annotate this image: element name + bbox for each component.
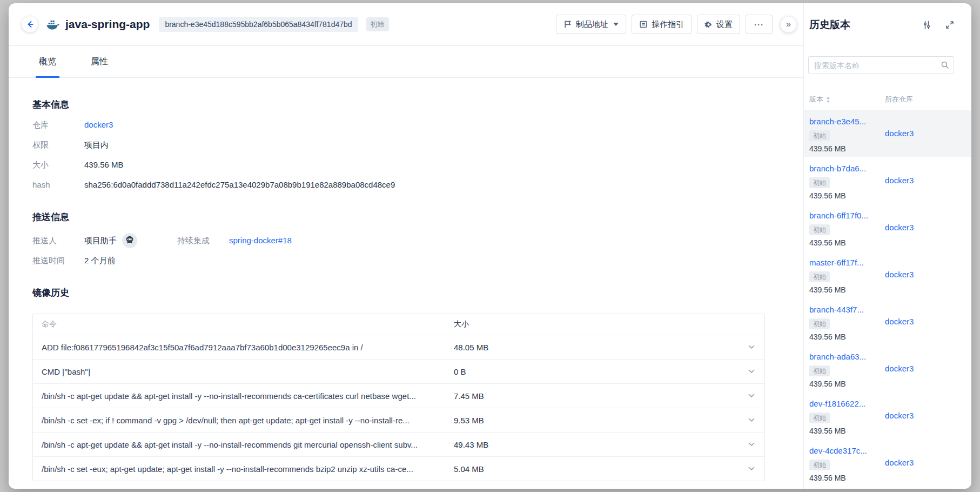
operation-guide-button[interactable]: 操作指引 xyxy=(632,15,692,34)
version-size: 439.56 MB xyxy=(809,191,971,200)
chevron-down-icon xyxy=(748,418,755,422)
version-list-item[interactable]: branch-b7da6... 初始 439.56 MB docker3 xyxy=(804,157,971,204)
version-list-item[interactable]: branch-443f7... 初始 439.56 MB docker3 xyxy=(804,298,971,345)
gear-icon xyxy=(704,21,713,29)
size-column-header: 大小 xyxy=(454,320,764,329)
push-time-value: 2 个月前 xyxy=(84,255,116,266)
version-name-link[interactable]: branch-443f7... xyxy=(809,305,971,315)
version-status-badge: 初始 xyxy=(809,365,830,376)
version-size: 439.56 MB xyxy=(809,238,971,247)
app-window: java-spring-app branch-e3e45d188c595bb2a… xyxy=(9,3,971,489)
version-list-item[interactable]: dev-4cde317c... 初始 439.56 MB docker3 xyxy=(804,439,971,486)
chevron-down-icon xyxy=(748,394,755,398)
push-time-label: 推送时间 xyxy=(32,255,84,266)
basic-info-fields: 仓库 docker3 权限 项目内 大小 439.56 MB hash xyxy=(32,119,780,190)
chevron-down-icon xyxy=(748,467,755,471)
layer-size: 48.05 MB xyxy=(454,343,748,352)
tab[interactable]: 概览 xyxy=(36,46,59,77)
ci-build-link[interactable]: spring-docker#18 xyxy=(229,235,292,246)
table-row[interactable]: /bin/sh -c set -eux; apt-get update; apt… xyxy=(33,456,764,481)
artifact-address-button[interactable]: 制品地址 xyxy=(556,15,626,34)
table-row[interactable]: CMD ["bash"] 0 B xyxy=(33,359,764,383)
version-repo-link[interactable]: docker3 xyxy=(885,270,914,279)
version-repo-link[interactable]: docker3 xyxy=(885,458,914,467)
table-row[interactable]: /bin/sh -c set -ex; if ! command -v gpg … xyxy=(33,408,764,432)
field-label: 大小 xyxy=(32,159,84,170)
repository-column-label: 所在仓库 xyxy=(885,95,913,104)
back-button[interactable] xyxy=(22,16,38,32)
field-value: sha256:6d0a0faddd738d11a242efdc275a13e40… xyxy=(84,179,395,190)
layer-command: ADD file:f086177965196842af3c15f50a7f6ad… xyxy=(33,343,454,352)
expand-row-control[interactable] xyxy=(748,467,764,471)
filter-sliders-icon[interactable] xyxy=(922,21,931,30)
version-name-link[interactable]: master-6ff17f... xyxy=(809,258,971,268)
version-status-badge: 初始 xyxy=(809,177,830,188)
image-history-table: 命令 大小 ADD file:f086177965196842af3c15f50… xyxy=(32,314,765,481)
table-row[interactable]: /bin/sh -c apt-get update && apt-get ins… xyxy=(33,383,764,408)
page-title: java-spring-app xyxy=(65,18,150,31)
field-label: 仓库 xyxy=(32,119,84,130)
history-panel-header: 历史版本 xyxy=(804,3,971,31)
info-field: 权限 项目内 xyxy=(32,139,780,150)
version-list: branch-e3e45... 初始 439.56 MB docker3 bra… xyxy=(804,110,971,489)
pusher-value: 项目助手 xyxy=(84,235,117,246)
pusher-field: 推送人 项目助手 xyxy=(32,233,177,248)
tab[interactable]: 属性 xyxy=(88,46,111,77)
version-status-badge: 初始 xyxy=(809,130,830,141)
layer-size: 7.45 MB xyxy=(454,391,748,401)
double-chevron-right-icon: » xyxy=(786,19,791,29)
table-row[interactable]: ADD file:f086177965196842af3c15f50a7f6ad… xyxy=(33,335,764,359)
more-actions-button[interactable]: ··· xyxy=(746,15,773,34)
expand-row-control[interactable] xyxy=(748,394,764,398)
version-list-item[interactable]: branch-6ff17f0... 初始 439.56 MB docker3 xyxy=(804,204,971,251)
version-name-link[interactable]: dev-4cde317c... xyxy=(809,446,971,456)
field-value: 439.56 MB xyxy=(84,159,124,170)
expand-row-control[interactable] xyxy=(748,369,764,374)
status-badge: 初始 xyxy=(366,17,389,31)
layer-command: CMD ["bash"] xyxy=(33,367,454,376)
version-name-link[interactable]: branch-6ff17f0... xyxy=(809,211,971,221)
tab-bar: 概览 属性 xyxy=(9,46,803,78)
image-history-header-row: 命令 大小 xyxy=(33,314,764,335)
version-name-link[interactable]: dev-f1816622... xyxy=(809,399,971,409)
tab-label: 属性 xyxy=(91,56,108,68)
expand-row-control[interactable] xyxy=(748,345,764,349)
basic-info-title: 基本信息 xyxy=(32,99,780,110)
expand-row-control[interactable] xyxy=(748,418,764,422)
page-header: java-spring-app branch-e3e45d188c595bb2a… xyxy=(9,3,803,46)
version-tag-chip: branch-e3e45d188c595bb2af6b5b065a8434ff7… xyxy=(159,17,358,32)
search-icon[interactable] xyxy=(941,61,949,71)
version-column-header[interactable]: 版本 xyxy=(809,95,830,104)
version-repo-link[interactable]: docker3 xyxy=(885,364,914,373)
version-repo-link[interactable]: docker3 xyxy=(885,223,914,232)
docker-whale-icon xyxy=(46,19,60,30)
version-list-item[interactable]: branch-ada63... 初始 439.56 MB docker3 xyxy=(804,345,971,392)
version-status-badge: 初始 xyxy=(809,460,830,470)
info-field: hash sha256:6d0a0faddd738d11a242efdc275a… xyxy=(32,179,780,190)
expand-row-control[interactable] xyxy=(748,442,764,447)
version-list-item[interactable]: branch-e3e45... 初始 439.56 MB docker3 xyxy=(804,110,971,157)
version-list-item[interactable]: dev-f1816622... 初始 439.56 MB docker3 xyxy=(804,392,971,439)
collapse-panel-button[interactable]: » xyxy=(781,17,796,32)
version-name-link[interactable]: branch-e3e45... xyxy=(809,117,971,127)
settings-button[interactable]: 设置 xyxy=(697,15,740,34)
version-name-link[interactable]: branch-ada63... xyxy=(809,352,971,362)
version-size: 439.56 MB xyxy=(809,380,971,388)
version-status-badge: 初始 xyxy=(809,224,830,235)
expand-panel-icon[interactable] xyxy=(945,21,954,29)
version-repo-link[interactable]: docker3 xyxy=(885,411,914,420)
table-row[interactable]: /bin/sh -c apt-get update && apt-get ins… xyxy=(33,432,764,456)
layer-command: /bin/sh -c set -eux; apt-get update; apt… xyxy=(33,464,454,474)
version-repo-link[interactable]: docker3 xyxy=(885,176,914,185)
version-status-badge: 初始 xyxy=(809,318,830,329)
version-search-input[interactable] xyxy=(808,56,954,74)
more-icon: ··· xyxy=(754,20,764,29)
version-list-item[interactable]: master-6ff17f... 初始 439.56 MB docker3 xyxy=(804,251,971,298)
version-repo-link[interactable]: docker3 xyxy=(885,129,914,138)
push-time-field: 推送时间 2 个月前 xyxy=(32,255,780,266)
version-status-badge: 初始 xyxy=(809,413,830,423)
version-name-link[interactable]: branch-b7da6... xyxy=(809,164,971,174)
chevron-down-icon xyxy=(613,23,619,26)
chevron-down-icon xyxy=(748,345,755,349)
version-repo-link[interactable]: docker3 xyxy=(885,317,914,326)
